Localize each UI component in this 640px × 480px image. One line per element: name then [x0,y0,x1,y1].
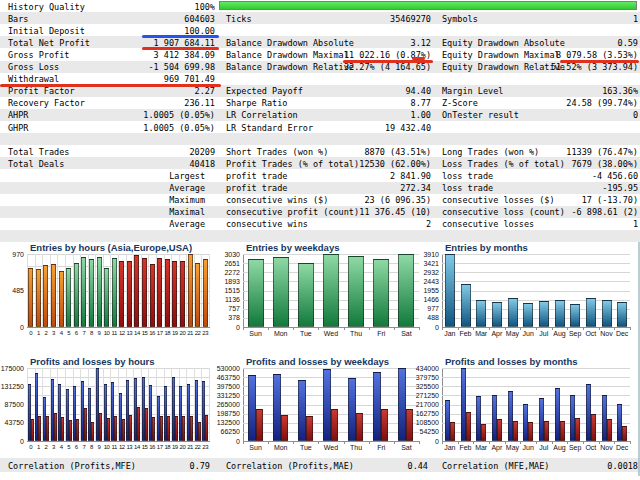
marker-red-withdrawal [0,84,221,87]
losses-bar [622,426,627,441]
y-axis-tick-label: 1893 [210,278,240,285]
y-axis-tick-label: 66250 [210,428,240,435]
stats-row: Withdrawal969 701.49 [0,73,640,85]
losses-bar [481,424,486,441]
y-axis-tick-label: 43750 [0,419,24,426]
correlation-footer-row: Correlation (Profits,MFE) 0.79 Correlati… [0,458,640,472]
y-axis-tick-label: 331250 [210,392,240,399]
stat-value: 2 [218,219,431,229]
stats-row: Total Net Profit1 907 684.11Balance Draw… [0,36,640,48]
y-axis-tick-label: 1466 [414,296,439,303]
chart-entries-by-weekdays: Entries by weekdays 30302651227218931515… [210,242,424,352]
stat-value: 23 (6 096.35) [218,195,431,205]
chart-entries-by-months: Entries by months 3910342129322443195514… [414,242,638,352]
y-axis-tick-label: 131250 [0,383,24,390]
stats-row: Recovery Factor236.11Sharpe Ratio8.77Z-S… [0,97,640,109]
gridline [243,386,419,387]
y-axis-tick-label: 162750 [414,410,439,417]
losses-bar [145,408,148,441]
profits-bar [373,372,381,441]
entry-bar [43,265,48,327]
entry-bar [97,257,102,327]
stat-value: 17 (-13.70) [434,195,638,205]
y-axis-tick-label: 757 [210,305,240,312]
stat-value: 2.27 [0,86,215,96]
entry-bar [203,259,208,327]
stat-value: 100% [0,2,215,12]
losses-bar [167,416,170,441]
entry-bar [51,264,56,327]
marker-red-equity-drawdown-maximal [560,60,639,63]
stat-value: 8870 (43.51%) [218,147,431,157]
y-axis-tick-label: 2272 [210,269,240,276]
stat-value: 8.77 [218,98,431,108]
chart-profits-losses-by-weekdays: Profits and losses by weekdays 530000463… [210,356,424,466]
losses-bar [69,420,72,441]
stat-value: -4 456.60 [434,171,638,181]
entry-bar [373,259,389,327]
gridline [243,368,419,369]
entry-bar [248,259,264,327]
stats-row [0,230,640,242]
entry-bar [476,300,486,327]
y-axis-tick-label: 1955 [414,287,439,294]
profits-bar [248,375,256,441]
gridline [442,263,630,264]
y-axis-tick-label: 132500 [210,419,240,426]
y-axis-tick-label: 970 [0,251,24,258]
stat-value: 969 701.49 [0,74,215,84]
losses-bar [356,413,363,441]
stats-row: Gross Loss-1 504 699.98Balance Drawdown … [0,61,640,73]
stat-value: 236.11 [0,98,215,108]
stat-value: 1 [434,219,638,229]
entry-bar [28,268,33,327]
losses-bar [91,422,94,441]
losses-bar [182,416,185,441]
chart-profits-losses-by-months: Profits and losses by months 43400037975… [414,356,638,466]
losses-bar [137,407,140,441]
entry-bar [195,263,200,327]
history-quality-progress-bar [219,1,637,10]
stats-row: Maximalconsecutive profit (count)11 376.… [0,206,640,218]
y-axis-tick-label: 379750 [414,374,439,381]
entry-bar [348,256,364,327]
entry-bar [172,261,177,327]
y-axis-tick-label: 3030 [210,251,240,258]
stats-row: Maximumconsecutive wins ($)23 (6 096.35)… [0,194,640,206]
stat-value: -195.95 [434,183,638,193]
chart-profits-losses-by-hours: Profits and losses by hours 175000131250… [0,356,213,466]
losses-bar [591,414,596,441]
chart-title: Profits and losses by weekdays [246,356,389,367]
y-axis-tick-label: 271250 [414,392,439,399]
stat-value: 1.0005 (0.05%) [0,123,215,133]
correlation-mfe-mae-value: 0.0018 [434,461,638,471]
losses-bar [107,418,110,441]
y-axis-tick-label: 198750 [210,410,240,417]
stats-row: Gross Profit3 412 384.09Balance Drawdown… [0,48,640,60]
entry-bar [508,298,518,327]
y-axis-tick-label: 977 [414,305,439,312]
losses-bar [54,413,57,441]
losses-bar [190,416,193,441]
y-axis-tick-label: 265000 [210,401,240,408]
entry-bar [165,259,170,327]
entry-bar [523,303,533,327]
y-axis-tick-label: 0 [0,324,24,331]
entry-bar [81,257,86,327]
stat-value: 272.34 [218,183,431,193]
stat-label: Average [0,183,205,193]
entry-bar [298,263,314,327]
stat-label: Largest [0,171,205,181]
losses-bar [381,409,388,441]
entry-bar [445,254,455,327]
entry-bar [74,263,79,327]
entry-bar [66,268,71,327]
gridline [442,377,630,378]
losses-bar [175,416,178,441]
losses-bar [306,416,313,441]
chart-title: Entries by weekdays [246,242,339,253]
correlation-profits-mae-value: 0.44 [218,461,428,471]
stat-value: 24.58 (99.74%) [434,98,638,108]
gridline [243,405,419,406]
chart-title: Entries by months [445,242,528,253]
